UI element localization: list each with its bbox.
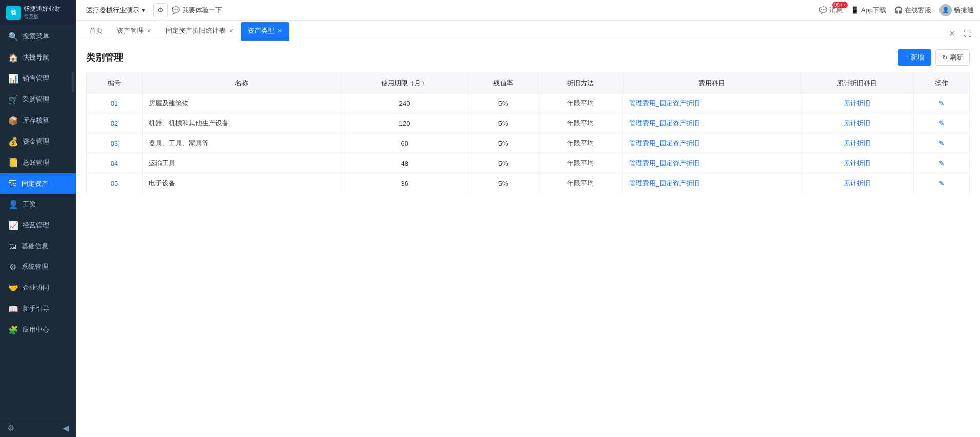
tabbar: 首页资产管理✕固定资产折旧统计表✕资产类型✕ ✕ ⛶ <box>76 21 980 41</box>
sidebar: 畅 畅捷通好业财 普及版 🔍搜索菜单🏠快捷导航📊销售管理🛒采购管理📦库存核算💰资… <box>0 0 76 437</box>
cell-row3-col2: 48 <box>341 153 468 173</box>
sidebar-item-fixed[interactable]: 🏗固定资产 <box>0 173 76 194</box>
sidebar-item-payroll[interactable]: 👤工资 <box>0 194 76 215</box>
edit-button-row0[interactable]: ✎ <box>938 99 945 107</box>
expand-icon[interactable]: ⛶ <box>962 27 974 41</box>
refresh-button[interactable]: ↻ 刷新 <box>935 49 970 66</box>
cell-row3-col4: 年限平均 <box>538 153 623 173</box>
tab-close-asset-type[interactable]: ✕ <box>277 28 282 34</box>
cell-row0-col2: 240 <box>341 93 468 113</box>
settings-icon: ⚙ <box>157 6 164 14</box>
sidebar-item-purchase[interactable]: 🛒采购管理 <box>0 89 76 110</box>
sidebar-label-fixed: 固定资产 <box>22 179 48 188</box>
settings-icon[interactable]: ⚙ <box>7 423 14 433</box>
page-title: 类别管理 <box>86 51 123 64</box>
cell-row4-col6: 累计折旧 <box>801 173 913 193</box>
cell-row3-col0: 04 <box>87 153 143 173</box>
refresh-icon: ↻ <box>942 54 948 62</box>
cell-row4-col3: 5% <box>468 173 538 193</box>
cell-row2-col4: 年限平均 <box>538 133 623 153</box>
col-header-累计折旧科目: 累计折旧科目 <box>801 73 913 93</box>
topbar-settings-button[interactable]: ⚙ <box>153 3 168 17</box>
cell-row2-col2: 60 <box>341 133 468 153</box>
topbar-right: 💬 消息 99+ 📱 App下载 🎧 在线客服 👤 畅捷通 <box>819 4 974 16</box>
table-row: 03器具、工具、家具等605%年限平均管理费用_固定资产折旧累计折旧✎ <box>87 133 970 153</box>
sidebar-item-capital[interactable]: 💰资金管理 <box>0 131 76 152</box>
cell-row2-col5: 管理费用_固定资产折旧 <box>623 133 801 153</box>
sidebar-item-corp[interactable]: 🤝企业协同 <box>0 277 76 299</box>
page-header: 类别管理 + 新增 ↻ 刷新 <box>86 49 970 66</box>
sidebar-item-guide[interactable]: 📖新手引导 <box>0 299 76 320</box>
username: 畅捷通 <box>954 6 974 15</box>
close-window-icon[interactable]: ✕ <box>947 27 957 41</box>
cell-row2-col3: 5% <box>468 133 538 153</box>
col-header-使用期限（月）: 使用期限（月） <box>341 73 468 93</box>
col-header-编号: 编号 <box>87 73 143 93</box>
col-header-残值率: 残值率 <box>468 73 538 93</box>
cell-row4-col1: 电子设备 <box>143 173 341 193</box>
cell-row3-col1: 运输工具 <box>143 153 341 173</box>
tab-close-asset-mgmt[interactable]: ✕ <box>147 28 151 34</box>
app-download-icon: 📱 <box>851 6 859 14</box>
sidebar-label-payroll: 工资 <box>23 200 36 209</box>
sidebar-label-ledger: 总账管理 <box>23 158 49 167</box>
sidebar-icon-basic: 🗂 <box>8 242 17 251</box>
sidebar-item-sales[interactable]: 📊销售管理 <box>0 68 76 89</box>
sidebar-icon-sales: 📊 <box>8 74 18 84</box>
sidebar-item-apps[interactable]: 🧩应用中心 <box>0 320 76 341</box>
sidebar-icon-payroll: 👤 <box>8 200 18 209</box>
new-button[interactable]: + 新增 <box>898 49 931 66</box>
sidebar-item-ledger[interactable]: 📒总账管理 <box>0 152 76 173</box>
cell-row2-col6: 累计折旧 <box>801 133 913 153</box>
messages-button[interactable]: 💬 消息 99+ <box>819 6 843 15</box>
sidebar-item-inventory[interactable]: 📦库存核算 <box>0 110 76 131</box>
tab-label-fixed-stat: 固定资产折旧统计表 <box>166 26 226 35</box>
tab-asset-type[interactable]: 资产类型✕ <box>241 22 289 41</box>
col-header-操作: 操作 <box>913 73 969 93</box>
sidebar-label-sales: 销售管理 <box>23 74 49 83</box>
sidebar-item-system[interactable]: ⚙系统管理 <box>0 256 76 277</box>
sidebar-label-quicknav: 快捷导航 <box>23 53 49 62</box>
sidebar-icon-purchase: 🛒 <box>8 95 18 105</box>
module-selector[interactable]: 医疗器械行业演示 ▾ <box>82 4 149 17</box>
tab-label-asset-type: 资产类型 <box>248 26 274 35</box>
logo-icon: 畅 <box>6 6 21 20</box>
tab-fixed-stat[interactable]: 固定资产折旧统计表✕ <box>158 22 241 41</box>
edit-button-row4[interactable]: ✎ <box>938 179 945 187</box>
sidebar-icon-search: 🔍 <box>8 32 18 42</box>
collapse-icon[interactable]: ◀ <box>63 423 69 433</box>
sidebar-item-search[interactable]: 🔍搜索菜单 <box>0 26 76 47</box>
cell-row1-col2: 120 <box>341 113 468 133</box>
page-actions: + 新增 ↻ 刷新 <box>898 49 970 66</box>
experience-button[interactable]: 💬 我要体验一下 <box>172 6 222 15</box>
main-area: 医疗器械行业演示 ▾ ⚙ 💬 我要体验一下 💬 消息 99+ 📱 App下载 🎧… <box>76 0 980 437</box>
experience-icon: 💬 <box>172 6 180 14</box>
logo-edition: 普及版 <box>24 13 61 21</box>
sidebar-label-guide: 新手引导 <box>23 304 49 313</box>
edit-button-row1[interactable]: ✎ <box>938 119 945 127</box>
cell-row1-col1: 机器、机械和其他生产设备 <box>143 113 341 133</box>
cell-row1-col4: 年限平均 <box>538 113 623 133</box>
sidebar-icon-fixed: 🏗 <box>8 179 17 188</box>
sidebar-label-system: 系统管理 <box>22 262 48 271</box>
cell-row2-col0: 03 <box>87 133 143 153</box>
sidebar-item-ops[interactable]: 📈经营管理 <box>0 215 76 236</box>
customer-service-button[interactable]: 🎧 在线客服 <box>894 6 931 15</box>
tab-asset-mgmt[interactable]: 资产管理✕ <box>110 22 158 41</box>
table-row: 05电子设备365%年限平均管理费用_固定资产折旧累计折旧✎ <box>87 173 970 193</box>
tab-home[interactable]: 首页 <box>82 22 110 41</box>
edit-button-row3[interactable]: ✎ <box>938 159 945 167</box>
tab-close-fixed-stat[interactable]: ✕ <box>229 28 233 34</box>
edit-button-row2[interactable]: ✎ <box>938 139 945 147</box>
cell-row3-col3: 5% <box>468 153 538 173</box>
app-download-button[interactable]: 📱 App下载 <box>851 6 886 15</box>
sidebar-item-quicknav[interactable]: 🏠快捷导航 <box>0 47 76 68</box>
sidebar-icon-corp: 🤝 <box>8 283 18 293</box>
cell-row0-col3: 5% <box>468 93 538 113</box>
customer-service-icon: 🎧 <box>894 6 903 14</box>
table-row: 04运输工具485%年限平均管理费用_固定资产折旧累计折旧✎ <box>87 153 970 173</box>
sidebar-item-basic[interactable]: 🗂基础信息 <box>0 236 76 256</box>
logo-text: 畅捷通好业财 <box>24 5 61 13</box>
user-profile[interactable]: 👤 畅捷通 <box>939 4 974 16</box>
messages-icon: 💬 <box>819 6 827 14</box>
